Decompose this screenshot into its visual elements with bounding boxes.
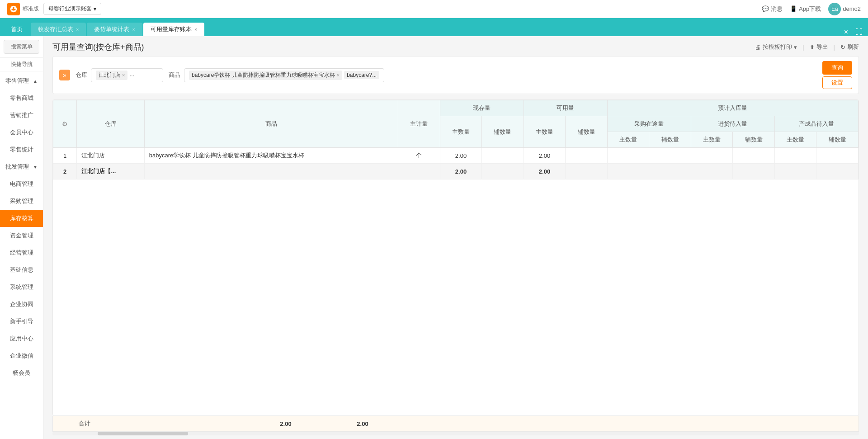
row-num: 1	[53, 148, 77, 164]
warehouse-filter-input[interactable]: 江北门店 × ···	[91, 68, 163, 82]
sidebar-item-qiye[interactable]: 企业协同	[0, 296, 43, 313]
settings-icon[interactable]: ⚙	[62, 120, 68, 127]
user-name: demo2	[843, 5, 861, 12]
sidebar-item-lingshao-shop[interactable]: 零售商城	[0, 90, 43, 107]
sidebar-item-yingyong[interactable]: 应用中心	[0, 330, 43, 347]
user-area[interactable]: Ea demo2	[828, 3, 861, 15]
th-current-main: 主数量	[440, 116, 482, 148]
close-all-btn[interactable]: ×	[842, 28, 850, 36]
page-actions: 🖨 按模板打印 ▾ | ⬆ 导出 | ↻ 刷新	[755, 43, 859, 51]
scroll-area[interactable]	[52, 432, 859, 435]
row-current-main: 2.00	[440, 164, 482, 179]
row-available-aux	[566, 164, 608, 179]
sidebar-item-pifa[interactable]: 批发管理 ▼	[0, 158, 43, 175]
sidebar-item-jichu[interactable]: 基础信息	[0, 261, 43, 279]
query-button[interactable]: 查询	[822, 61, 852, 75]
refresh-icon: ↻	[840, 44, 845, 51]
logo-area: 标准版	[7, 3, 39, 15]
sidebar: 搜索菜单 快捷导航 零售管理 ▲ 零售商城 营销推广 会员中心 零售统计	[0, 36, 43, 439]
th-purchase-pending: 进货待入量	[691, 116, 774, 132]
footer-label: 合计	[57, 420, 112, 428]
avatar: Ea	[828, 3, 841, 15]
content-area: 可用量查询(按仓库+商品) 🖨 按模板打印 ▾ | ⬆ 导出 | ↻ 刷新	[43, 36, 868, 439]
app-icon: 📱	[790, 5, 797, 12]
app-download-label: App下载	[799, 5, 821, 13]
logo-text: 标准版	[23, 5, 39, 13]
filter-more-dots[interactable]: ···	[129, 72, 134, 79]
scroll-thumb[interactable]	[98, 432, 188, 435]
row-purchase-transit-main	[607, 164, 649, 179]
tab-keyongliang-close[interactable]: ×	[194, 27, 197, 32]
row-available-main: 2.00	[524, 164, 566, 179]
th-main-unit: 主计量	[398, 100, 440, 148]
sidebar-item-lingxiao-tj[interactable]: 零售统计	[0, 141, 43, 158]
tab-keyongliang-label: 可用量库存账本	[151, 25, 192, 33]
industry-select[interactable]: 母婴行业演示账套 ▾	[43, 3, 101, 15]
sidebar-item-kucun[interactable]: 库存核算	[0, 210, 43, 227]
search-menu-btn[interactable]: 搜索菜单	[4, 40, 39, 54]
th-production-pending-aux: 辅数量	[816, 132, 859, 148]
tab-shoufacun-close[interactable]: ×	[76, 27, 79, 32]
settings-button[interactable]: 设置	[822, 76, 852, 89]
sidebar-item-qiye-wx[interactable]: 企业微信	[0, 347, 43, 364]
sidebar-item-quick-nav[interactable]: 快捷导航	[0, 58, 43, 71]
chevron-down-icon: ▾	[794, 44, 797, 51]
top-bar: 标准版 母婴行业演示账套 ▾ 💬 消息 📱 App下载 Ea demo2	[0, 0, 868, 18]
row-available-main: 2.00	[524, 148, 566, 164]
product-tag2: babycare?...	[344, 71, 379, 79]
sidebar-item-zijin[interactable]: 资金管理	[0, 227, 43, 244]
warehouse-tag: 江北门店 ×	[96, 71, 127, 80]
fullscreen-btn[interactable]: ⛶	[854, 28, 864, 36]
sidebar-item-dianshanng[interactable]: 电商管理	[0, 175, 43, 193]
th-purchase-pending-aux: 辅数量	[733, 132, 775, 148]
export-icon: ⬆	[810, 44, 815, 51]
chevron-up-icon: ▲	[33, 79, 38, 84]
th-production-pending-main: 主数量	[774, 132, 816, 148]
refresh-btn[interactable]: ↻ 刷新	[840, 43, 859, 51]
print-template-btn[interactable]: 🖨 按模板打印 ▾	[755, 43, 797, 51]
sidebar-section: 零售管理 ▲ 零售商城 营销推广 会员中心 零售统计 批发管理 ▼ 电商管理	[0, 71, 43, 382]
tab-shoufacun-label: 收发存汇总表	[38, 25, 73, 33]
row-product	[144, 164, 398, 179]
message-btn[interactable]: 💬 消息	[762, 5, 783, 13]
th-available-main: 主数量	[524, 116, 566, 148]
sidebar-item-jingying[interactable]: 经营管理	[0, 244, 43, 261]
th-purchase-transit: 采购在途量	[607, 116, 691, 132]
product-filter-input[interactable]: babycare学饮杯 儿童防摔防撞吸管杯重力球吸嘴杯宝宝水杯 × babyca…	[184, 68, 384, 82]
sidebar-item-huiyuan[interactable]: 会员中心	[0, 124, 43, 141]
tab-home[interactable]: 首页	[4, 23, 30, 36]
th-purchase-transit-aux: 辅数量	[649, 132, 691, 148]
sidebar-search: 搜索菜单	[0, 36, 43, 58]
sidebar-item-lingshao[interactable]: 零售管理 ▲	[0, 72, 43, 90]
th-available: 可用量	[524, 100, 607, 116]
tab-yaohuo[interactable]: 要货单统计表 ×	[87, 23, 142, 36]
export-btn[interactable]: ⬆ 导出	[810, 43, 828, 51]
product-tag1-close[interactable]: ×	[337, 72, 340, 78]
th-warehouse: 仓库	[77, 100, 144, 148]
row-production-pending-main	[774, 148, 816, 164]
th-available-aux: 辅数量	[566, 116, 608, 148]
sidebar-item-xinshou[interactable]: 新手引导	[0, 313, 43, 330]
sidebar-item-xitong[interactable]: 系统管理	[0, 279, 43, 296]
tab-yaohuo-label: 要货单统计表	[94, 25, 129, 33]
tab-shoufacun[interactable]: 收发存汇总表 ×	[31, 23, 86, 36]
row-current-aux	[482, 164, 524, 179]
app-download-btn[interactable]: 📱 App下载	[790, 5, 821, 13]
table-wrap: ⚙ 仓库 商品 主计量 现存量 可用量 预计入库量 主数量 辅数量 主数量 辅数…	[52, 99, 859, 416]
sidebar-item-caigou[interactable]: 采购管理	[0, 193, 43, 210]
message-icon: 💬	[762, 5, 769, 12]
row-purchase-pending-aux	[733, 148, 775, 164]
message-label: 消息	[771, 5, 783, 13]
tab-yaohuo-close[interactable]: ×	[132, 27, 135, 32]
th-settings[interactable]: ⚙	[53, 100, 77, 148]
row-purchase-pending-aux	[733, 164, 775, 179]
table-row: 1 江北门店 babycare学饮杯 儿童防摔防撞吸管杯重力球吸嘴杯宝宝水杯 个…	[53, 148, 859, 164]
sidebar-item-yingxiao[interactable]: 营销推广	[0, 107, 43, 124]
th-purchase-transit-main: 主数量	[607, 132, 649, 148]
filter-expand-btn[interactable]: »	[59, 70, 70, 80]
sidebar-item-changhui[interactable]: 畅会员	[0, 364, 43, 382]
row-purchase-transit-aux	[649, 148, 691, 164]
warehouse-tag-close[interactable]: ×	[122, 72, 125, 78]
row-purchase-pending-main	[691, 164, 733, 179]
tab-keyongliang[interactable]: 可用量库存账本 ×	[143, 23, 204, 36]
